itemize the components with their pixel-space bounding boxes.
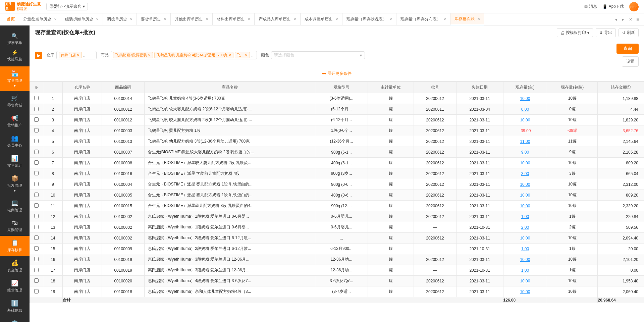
cell-qty-main[interactable]: 11.00 <box>503 136 547 147</box>
sidebar-item-members[interactable]: 👥 会员中心 <box>0 131 30 151</box>
sidebar-item-retail-store[interactable]: 🛒 零售商城 <box>0 91 30 111</box>
cell-checkbox[interactable] <box>30 211 43 222</box>
tag-close-icon[interactable]: ✕ <box>228 53 231 57</box>
tab-fenpan[interactable]: 分量盘点单历史 ✕ <box>19 13 61 25</box>
close-icon[interactable]: ✕ <box>389 17 392 21</box>
message-btn[interactable]: ✉ 消息 <box>584 4 597 9</box>
settings-btn[interactable]: 设置 <box>622 56 639 67</box>
close-icon[interactable]: ✕ <box>206 17 208 21</box>
close-icon[interactable]: ✕ <box>293 17 296 21</box>
cell-qty-main[interactable]: 10.00 <box>503 179 547 190</box>
cell-checkbox[interactable] <box>30 201 43 211</box>
nav-close-btn[interactable]: ✕ <box>627 16 634 23</box>
sidebar-item-finance[interactable]: 💰 资金管理 <box>0 256 30 276</box>
sidebar-item-system[interactable]: ⚙️ 系统管理 <box>0 316 30 322</box>
cell-qty-main[interactable]: 2.00 <box>503 222 547 233</box>
cell-qty-main[interactable]: 1.00 <box>503 211 547 222</box>
cell-checkbox[interactable] <box>30 222 43 233</box>
th-setting[interactable]: ⚙ <box>30 82 43 93</box>
cell-checkbox[interactable] <box>30 286 43 297</box>
cell-qty-main[interactable]: 1.00 <box>503 244 547 254</box>
sidebar-item-inventory[interactable]: 📋 库存核算 <box>0 236 30 256</box>
cell-checkbox[interactable] <box>30 190 43 201</box>
color-filter-input[interactable]: 请选择颜色 ▾ <box>271 51 365 59</box>
cell-qty-main[interactable]: 10.00 <box>503 158 547 168</box>
cell-checkbox[interactable] <box>30 158 43 168</box>
cell-qty-main[interactable]: 10.00 <box>503 201 547 211</box>
cell-checkbox[interactable] <box>30 233 43 244</box>
cell-qty-main[interactable]: 10.00 <box>503 276 547 286</box>
cell-checkbox[interactable] <box>30 104 43 115</box>
sidebar-item-ecommerce[interactable]: 💻 电商管理 <box>0 196 30 216</box>
cell-checkbox[interactable] <box>30 125 43 136</box>
sidebar-item-business[interactable]: 📈 经营管理 <box>0 276 30 296</box>
avatar[interactable]: demo2 <box>629 2 639 11</box>
close-icon[interactable]: ✕ <box>477 17 480 21</box>
cell-checkbox[interactable] <box>30 115 43 125</box>
tab-qitachu[interactable]: 其他出库单历史 ✕ <box>171 13 213 25</box>
filter-toggle-btn[interactable]: ▶ <box>35 52 42 59</box>
sidebar-item-marketing[interactable]: 📢 营销推广 <box>0 111 30 131</box>
warehouse-select[interactable]: 母婴行业演示账套 ▾ <box>46 3 88 10</box>
cell-qty-main[interactable]: 9.00 <box>503 147 547 158</box>
cell-checkbox[interactable] <box>30 265 43 276</box>
nav-prev-btn[interactable]: ◂ <box>612 16 619 23</box>
tag-close-icon[interactable]: ✕ <box>148 53 151 57</box>
quick-nav-btn[interactable]: ⚡ 快捷导航 <box>3 47 27 64</box>
cell-checkbox[interactable] <box>30 93 43 104</box>
cell-qty-main[interactable]: 10.00 <box>503 233 547 244</box>
cell-checkbox[interactable] <box>30 179 43 190</box>
cell-qty-main[interactable]: 10.00 <box>503 93 547 104</box>
warehouse-tag-group[interactable]: 南岸门店 ✕ ... <box>56 51 97 59</box>
close-icon[interactable]: ✕ <box>164 17 166 21</box>
close-icon[interactable]: ✕ <box>96 17 99 21</box>
sidebar-item-retail-mgmt[interactable]: 🏪 零售管理 ▼ <box>0 66 30 91</box>
nav-menu-btn[interactable]: ⊟ <box>635 16 641 23</box>
tag-close-icon[interactable]: ✕ <box>77 53 79 57</box>
cell-qty-main[interactable]: 10.00 <box>503 115 547 125</box>
sidebar-item-base-info[interactable]: ℹ️ 基础信息 <box>0 296 30 316</box>
cell-qty-main[interactable]: 10.00 <box>503 190 547 201</box>
cell-qty-main[interactable]: 10.00 <box>503 254 547 265</box>
cell-qty-main[interactable]: 3.00 <box>503 168 547 179</box>
product-tag-group[interactable]: 飞鹤奶粉3段两提装 ✕ 飞鹤星飞帆 儿童奶粉 4段(3-6岁适用) 700克 ✕… <box>111 51 257 59</box>
tab-home[interactable]: 首页 <box>3 13 19 25</box>
cell-checkbox[interactable] <box>30 147 43 158</box>
tag-close-icon[interactable]: ✕ <box>245 53 248 57</box>
sidebar-item-wholesale[interactable]: 📦 批发管理 ▼ <box>0 171 30 196</box>
tab-xiancun2[interactable]: 现存量（库存分布表） ✕ <box>396 13 450 25</box>
close-icon[interactable]: ✕ <box>130 17 132 21</box>
tab-xiancun1[interactable]: 现存量（库存状况表） ✕ <box>342 13 396 25</box>
product-more[interactable]: ... <box>251 53 255 58</box>
tab-chengben[interactable]: 成本调整单历史 ✕ <box>301 13 342 25</box>
tab-kupicipizhi[interactable]: 库存批次账 ✕ <box>450 13 484 25</box>
search-menu-btn[interactable]: 🔍 搜索菜单 <box>3 31 27 47</box>
tab-cailiao[interactable]: 材料出库单历史 ✕ <box>213 13 255 25</box>
cell-qty-main[interactable]: 10.00 <box>503 286 547 297</box>
cell-checkbox[interactable] <box>30 276 43 286</box>
app-download-btn[interactable]: 📱 App下载 <box>602 4 624 9</box>
cell-checkbox[interactable] <box>30 136 43 147</box>
sidebar-item-purchase[interactable]: 🛍 采购管理 <box>0 216 30 236</box>
export-btn[interactable]: ⬇ 导出 <box>596 28 616 37</box>
close-icon[interactable]: ✕ <box>335 17 338 21</box>
tab-yaohuo[interactable]: 要货单历史 ✕ <box>137 13 171 25</box>
cell-checkbox[interactable] <box>30 254 43 265</box>
expand-more-btn[interactable]: ▾▾ 展开更多条件 <box>35 69 639 78</box>
nav-next-btn[interactable]: ▸ <box>620 16 627 23</box>
cell-checkbox[interactable] <box>30 168 43 179</box>
close-icon[interactable]: ✕ <box>248 17 250 21</box>
refresh-btn[interactable]: ↺ 刷新 <box>619 28 639 37</box>
cell-qty-main[interactable]: 1.00 <box>503 265 547 276</box>
sidebar-item-retail-stats[interactable]: 📊 零售统计 <box>0 151 30 171</box>
close-icon[interactable]: ✕ <box>443 17 446 21</box>
setting-icon[interactable]: ⚙ <box>35 85 38 90</box>
tab-zuzhuang[interactable]: 组装拆卸单历史 ✕ <box>61 13 103 25</box>
query-btn[interactable]: 查询 <box>616 44 639 54</box>
warehouse-more[interactable]: ... <box>83 53 87 58</box>
close-icon[interactable]: ✕ <box>54 17 57 21</box>
cell-checkbox[interactable] <box>30 244 43 254</box>
cell-qty-main[interactable]: 0.00 <box>503 104 547 115</box>
tab-diaopo[interactable]: 调拨单历史 ✕ <box>103 13 137 25</box>
tab-chancheng[interactable]: 产成品入库单历史 ✕ <box>255 13 301 25</box>
